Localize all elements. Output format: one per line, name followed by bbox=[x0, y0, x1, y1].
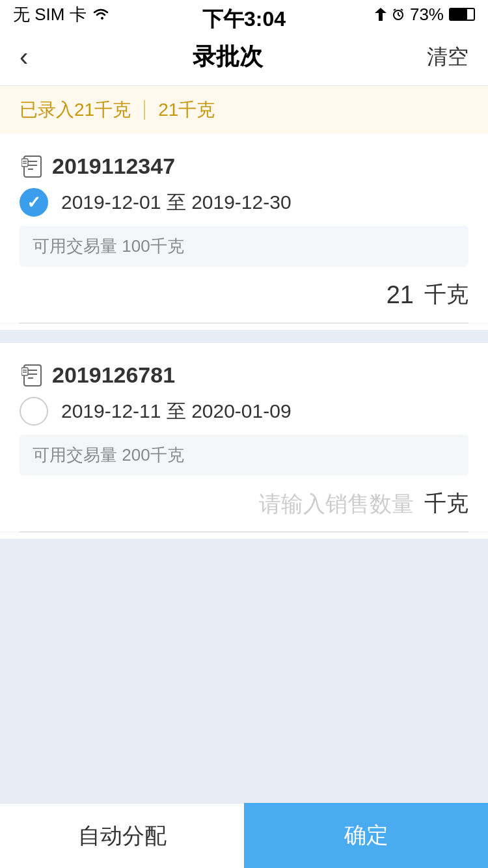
nav-bar: ‹ 录批次 清空 bbox=[0, 29, 488, 86]
batch2-quantity-input[interactable] bbox=[219, 491, 414, 517]
page-title: 录批次 bbox=[193, 41, 263, 73]
batch2-doc-icon bbox=[20, 364, 46, 387]
batch-card-2: 2019126781 2019-12-11 至 2020-01-09 可用交易量… bbox=[0, 343, 488, 476]
status-bar: 无 SIM 卡 下午3:04 73% bbox=[0, 0, 488, 29]
alarm-icon bbox=[392, 8, 405, 21]
batch2-availability: 可用交易量 200千克 bbox=[20, 435, 468, 476]
batch1-doc-icon bbox=[20, 155, 46, 178]
svg-rect-9 bbox=[21, 159, 28, 167]
battery-icon bbox=[449, 8, 475, 21]
back-button[interactable]: ‹ bbox=[20, 42, 28, 72]
location-icon bbox=[375, 8, 386, 21]
wifi-icon bbox=[92, 8, 110, 21]
batch1-date: 2019-12-01 至 2019-12-30 bbox=[61, 189, 291, 216]
section-separator-1 bbox=[0, 330, 488, 343]
svg-line-4 bbox=[401, 9, 403, 10]
batch2-radio[interactable] bbox=[20, 397, 48, 426]
batch1-availability-text: 可用交易量 100千克 bbox=[33, 236, 184, 256]
batch1-quantity-value: 21 bbox=[386, 281, 414, 309]
svg-rect-16 bbox=[21, 368, 28, 375]
batch2-availability-text: 可用交易量 200千克 bbox=[33, 445, 184, 465]
batch2-bottom-space bbox=[0, 532, 488, 539]
batch1-id: 2019112347 bbox=[52, 154, 175, 179]
status-right: 73% bbox=[375, 5, 475, 25]
batch2-input-row[interactable]: 千克 bbox=[0, 476, 488, 532]
batch1-radio[interactable] bbox=[20, 188, 48, 217]
clear-button[interactable]: 清空 bbox=[427, 43, 468, 72]
status-time: 下午3:04 bbox=[202, 5, 286, 34]
batch1-availability: 可用交易量 100千克 bbox=[20, 226, 468, 267]
status-left: 无 SIM 卡 bbox=[13, 3, 110, 26]
auto-distribute-button[interactable]: 自动分配 bbox=[0, 803, 244, 868]
svg-line-3 bbox=[394, 9, 396, 10]
sim-signal: 无 SIM 卡 bbox=[13, 3, 87, 26]
batch1-quantity-row: 21 千克 bbox=[0, 267, 488, 323]
battery-percent: 73% bbox=[410, 5, 444, 25]
svg-line-2 bbox=[398, 15, 400, 16]
total-amount: 21千克 bbox=[158, 98, 215, 122]
empty-content-area bbox=[0, 539, 488, 812]
info-divider bbox=[144, 100, 145, 120]
batch-card-1: 2019112347 2019-12-01 至 2019-12-30 可用交易量… bbox=[0, 134, 488, 267]
bottom-bar: 自动分配 确定 bbox=[0, 803, 488, 868]
batch1-quantity-unit: 千克 bbox=[424, 280, 468, 310]
batch2-date: 2019-12-11 至 2020-01-09 bbox=[61, 398, 291, 425]
info-banner: 已录入21千克 21千克 bbox=[0, 86, 488, 134]
batch2-header: 2019126781 bbox=[20, 362, 468, 388]
batch1-date-row[interactable]: 2019-12-01 至 2019-12-30 bbox=[20, 188, 468, 217]
batch2-date-row[interactable]: 2019-12-11 至 2020-01-09 bbox=[20, 397, 468, 426]
batch1-header: 2019112347 bbox=[20, 154, 468, 179]
batch1-bottom-space bbox=[0, 323, 488, 330]
batch2-id: 2019126781 bbox=[52, 362, 175, 388]
confirm-button[interactable]: 确定 bbox=[244, 803, 488, 868]
batch2-input-unit: 千克 bbox=[424, 489, 468, 519]
recorded-amount: 已录入21千克 bbox=[20, 98, 131, 122]
